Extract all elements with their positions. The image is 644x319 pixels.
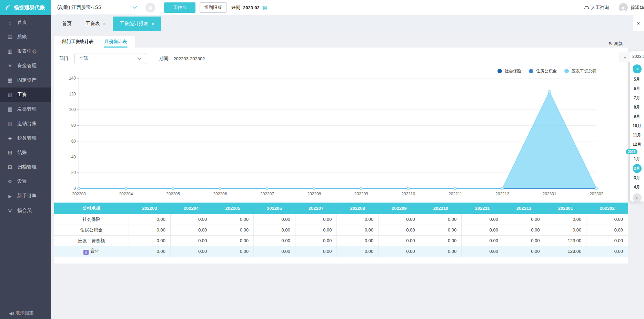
sidebar-item-label: 发票管理 (17, 106, 37, 112)
sidebar-item-label: 税务管理 (17, 135, 37, 141)
scroll-down-button[interactable]: » (633, 193, 642, 202)
sidebar-item-6[interactable]: ▧工资 (0, 88, 51, 102)
month-item-11月[interactable]: 11月 (630, 131, 644, 140)
period-calendar-icon[interactable]: ▦ (262, 4, 267, 11)
legend-item-3[interactable]: 应发工资总额 (564, 68, 596, 74)
person-icon (620, 6, 626, 12)
tab-3[interactable]: 工资统计报表× (113, 17, 161, 31)
table-cell: 0.00 (503, 246, 545, 257)
month-item-7月[interactable]: 7月 (630, 93, 644, 103)
table-cell: 0.00 (337, 214, 379, 225)
legend-item-2[interactable]: 住房公积金 (529, 68, 557, 74)
sidebar-item-10[interactable]: ⊞结账 (0, 145, 51, 160)
sidebar-item-4[interactable]: ¥资金管理 (0, 59, 51, 73)
sidebar-item-11[interactable]: ⊟归档管理 (0, 160, 51, 174)
tab-2[interactable]: 工资表× (79, 17, 113, 31)
table-cell: 0.00 (420, 214, 462, 225)
sidebar-item-9[interactable]: ◈税务管理 (0, 131, 51, 145)
svg-text:202211: 202211 (449, 192, 462, 196)
report-center-icon: ▥ (7, 48, 13, 54)
month-item-2月[interactable]: 2月 (633, 164, 642, 173)
svg-text:202204: 202204 (119, 192, 133, 196)
table-column-header: 202209 (378, 203, 420, 214)
avatar[interactable] (619, 3, 628, 12)
sidebar-item-3[interactable]: ▥报表中心 (0, 44, 51, 59)
support-link[interactable]: 人工咨询 (584, 4, 609, 11)
table-column-header: 202206 (253, 203, 295, 214)
calendar-badge-icon[interactable]: ▦ (145, 3, 155, 12)
logo-icon (4, 4, 11, 11)
legend-item-1[interactable]: 社会保险 (497, 68, 521, 74)
period-filter-value: 202203-202302 (173, 56, 205, 61)
month-item-12月[interactable]: 12月 (630, 140, 644, 149)
sidebar-item-label: 固定资产 (17, 77, 37, 83)
total-icon: 合 (83, 250, 89, 255)
table-cell: 0.00 (378, 235, 420, 246)
subtab-1[interactable]: 部门工资统计表 (57, 36, 99, 48)
month-item-10月[interactable]: 10月 (630, 121, 644, 131)
month-item-6月[interactable]: 6月 (630, 84, 644, 93)
tabbar-close-icon[interactable]: × (633, 15, 644, 31)
funds-management-icon: ¥ (7, 63, 13, 69)
table-cell: 123.00 (545, 235, 586, 246)
table-header-row: 公司承担202203202204202205202206202207202208… (54, 203, 628, 214)
refresh-icon: ↻ (609, 41, 613, 47)
tab-close-icon[interactable]: × (152, 21, 154, 27)
month-item-1月[interactable]: 1月 (630, 154, 644, 164)
month-item-4月[interactable]: 4月 (630, 183, 644, 192)
table-column-header: 202204 (170, 203, 212, 214)
month-item-8月[interactable]: 8月 (630, 103, 644, 112)
salary-summary-table: 公司承担202203202204202205202206202207202208… (54, 203, 628, 257)
table-cell: 0.00 (462, 214, 503, 225)
sidebar-item-1[interactable]: ⌂首页 (0, 15, 51, 30)
table-cell: 0.00 (378, 246, 420, 257)
sidebar-item-label: 工资 (17, 92, 27, 98)
table-cell: 0.00 (586, 214, 628, 225)
sidebar-item-8[interactable]: ▩进销台账 (0, 116, 51, 131)
sidebar-item-12[interactable]: ⚙设置 (0, 174, 51, 189)
company-selector[interactable]: (勿删) 江西服宝-LSS (57, 1, 137, 14)
period-value[interactable]: 2023-02 (243, 5, 260, 10)
settings-icon: ⚙ (7, 178, 13, 185)
unpin-sidebar-button[interactable]: ◀‖ 取消固定 (9, 310, 33, 316)
svg-text:140: 140 (69, 76, 76, 81)
table-cell: 0.00 (170, 246, 212, 257)
tab-1[interactable]: 首页 (55, 17, 79, 31)
refresh-button[interactable]: ↻ 刷新 (609, 41, 623, 47)
table-cell: 0.00 (212, 225, 254, 235)
tab-label: 工资统计报表 (120, 21, 149, 27)
sidebar-item-13[interactable]: ►新手引导 (0, 189, 51, 203)
legend-label: 应发工资总额 (572, 68, 596, 74)
username[interactable]: 徐泽华 (631, 4, 644, 11)
table-cell: 0.00 (170, 235, 212, 246)
month-item-9月[interactable]: 9月 (630, 112, 644, 121)
svg-text:40: 40 (71, 155, 76, 160)
month-item-5月[interactable]: 5月 (630, 75, 644, 84)
scroll-up-button[interactable]: » (633, 64, 642, 73)
table-cell: 0.00 (253, 214, 295, 225)
department-value: 全部 (79, 55, 88, 62)
table-cell: 0.00 (337, 225, 379, 235)
svg-text:202302: 202302 (590, 192, 603, 196)
tab-close-icon[interactable]: × (103, 21, 106, 27)
sidebar-item-5[interactable]: ▦固定资产 (0, 73, 51, 88)
svg-text:80: 80 (71, 123, 76, 128)
sidebar-item-2[interactable]: ▤总账 (0, 30, 51, 44)
subtab-2[interactable]: 月份统计表 (99, 36, 132, 48)
department-label: 部门: (59, 55, 70, 62)
panel-collapse-icon[interactable]: » (620, 52, 630, 62)
department-select[interactable]: 全部 (74, 53, 146, 64)
sidebar-item-7[interactable]: ▨发票管理 (0, 102, 51, 116)
sidebar-item-label: 归档管理 (17, 164, 37, 170)
switch-old-version-button[interactable]: 切到旧版 (200, 2, 227, 13)
table-cell: 0.00 (212, 214, 254, 225)
legend-label: 住房公积金 (536, 68, 557, 74)
chevron-down-icon (132, 6, 137, 9)
sidebar-menu: ⌂首页▤总账▥报表中心¥资金管理▦固定资产▧工资▨发票管理▩进销台账◈税务管理⊞… (0, 15, 51, 218)
workbench-button[interactable]: 工作台 (164, 2, 195, 13)
svg-text:202205: 202205 (166, 192, 180, 196)
sidebar-item-14[interactable]: V畅会员 (0, 203, 51, 218)
row-label: 合合计 (54, 246, 129, 257)
month-item-3月[interactable]: 3月 (630, 173, 644, 183)
svg-text:202207: 202207 (260, 192, 274, 196)
